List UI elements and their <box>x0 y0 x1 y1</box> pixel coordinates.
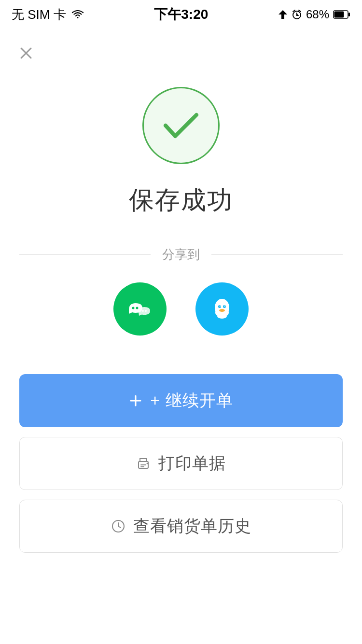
close-button[interactable] <box>12 39 41 68</box>
status-time: 下午3:20 <box>154 5 208 24</box>
no-sim-text: 无 SIM 卡 <box>12 6 66 23</box>
alarm-icon <box>292 9 302 20</box>
history-icon <box>111 519 125 533</box>
share-label: 分享到 <box>151 246 211 263</box>
share-row <box>113 282 249 336</box>
svg-rect-3 <box>348 13 350 16</box>
actions: + 继续开单 打印单据 查看销货单历史 <box>19 374 343 553</box>
divider-right <box>211 254 343 255</box>
status-right: 68% <box>278 8 350 21</box>
svg-point-21 <box>147 463 148 464</box>
svg-point-14 <box>220 306 221 307</box>
share-divider: 分享到 <box>19 246 343 263</box>
print-label: 打印单据 <box>158 452 226 475</box>
svg-point-12 <box>218 305 221 308</box>
share-wechat-button[interactable] <box>113 282 167 336</box>
svg-point-13 <box>223 305 226 308</box>
svg-point-16 <box>219 309 225 312</box>
svg-point-5 <box>132 307 135 309</box>
svg-point-8 <box>145 310 147 312</box>
svg-rect-20 <box>140 466 144 467</box>
share-qq-button[interactable] <box>195 282 249 336</box>
qq-icon <box>207 294 237 324</box>
status-bar: 无 SIM 卡 下午3:20 68% <box>0 0 362 29</box>
wifi-icon <box>71 10 84 19</box>
success-circle <box>142 87 220 164</box>
continue-label: + 继续开单 <box>150 390 233 412</box>
print-button[interactable]: 打印单据 <box>19 437 343 490</box>
success-title: 保存成功 <box>129 183 233 217</box>
svg-point-7 <box>142 310 144 312</box>
battery-icon <box>333 10 350 19</box>
status-left: 无 SIM 卡 <box>12 6 84 23</box>
svg-rect-19 <box>140 464 146 465</box>
svg-rect-2 <box>334 12 344 18</box>
wechat-icon <box>125 296 155 322</box>
svg-point-15 <box>224 306 225 307</box>
main-content: 保存成功 分享到 <box>0 77 362 644</box>
location-icon <box>278 10 288 19</box>
history-button[interactable]: 查看销货单历史 <box>19 500 343 553</box>
battery-percent: 68% <box>306 8 329 21</box>
svg-point-17 <box>217 314 227 319</box>
continue-button[interactable]: + 继续开单 <box>19 374 343 427</box>
svg-point-6 <box>136 307 139 309</box>
checkmark-icon <box>162 111 200 140</box>
plus-icon <box>129 394 142 407</box>
print-icon <box>136 457 151 470</box>
history-label: 查看销货单历史 <box>133 515 251 537</box>
divider-left <box>19 254 151 255</box>
